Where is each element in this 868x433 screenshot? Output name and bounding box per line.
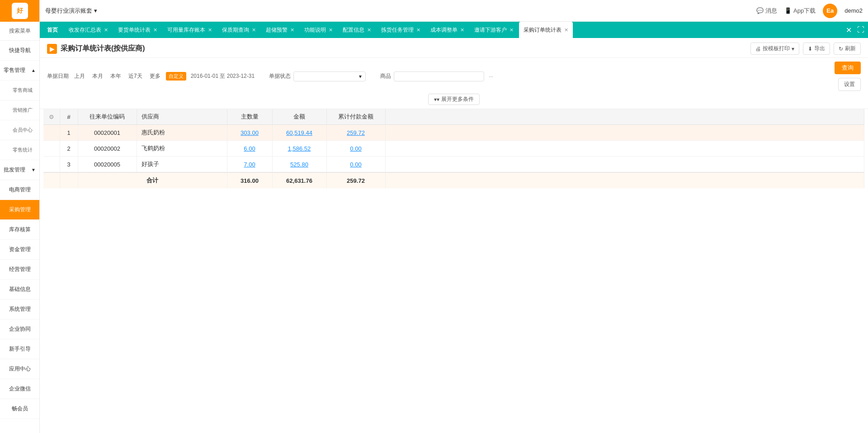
row-1-qty-link[interactable]: 303.00: [241, 129, 259, 136]
logo-icon: 好: [12, 3, 28, 19]
message-button[interactable]: 💬 消息: [756, 7, 777, 15]
date-shortcuts: 上月 本月 本年 近7天 更多: [71, 71, 163, 81]
retail-shop-label: 零售商城: [13, 87, 33, 94]
tab-warranty-close[interactable]: ✕: [252, 27, 256, 33]
row-3-qty-link[interactable]: 7.00: [244, 161, 255, 168]
inventory-label: 库存核算: [9, 226, 31, 233]
date-shortcut-this-year[interactable]: 本年: [108, 71, 124, 81]
account-selector[interactable]: 母婴行业演示账套 ▾: [45, 7, 97, 15]
tab-overstock-close[interactable]: ✕: [290, 27, 294, 33]
row-1-amount: 60,519.44: [272, 125, 326, 141]
collapse-button[interactable]: ▶: [47, 44, 57, 54]
settings-button[interactable]: 设置: [838, 78, 861, 91]
tab-invite-downstream[interactable]: 邀请下游客户 ✕: [470, 22, 518, 38]
sidebar-item-retail-stat[interactable]: 零售统计: [0, 140, 39, 160]
sidebar-item-enterprise[interactable]: 企业协同: [0, 319, 39, 339]
sidebar-item-retail[interactable]: 零售管理 ▲: [0, 61, 39, 81]
close-tab-button[interactable]: ✕: [844, 24, 854, 36]
user-avatar[interactable]: Ea: [823, 4, 837, 18]
tab-recv-send-close[interactable]: ✕: [104, 27, 108, 33]
operation-label: 经营管理: [9, 266, 31, 273]
date-shortcut-this-month[interactable]: 本月: [90, 71, 106, 81]
sidebar-item-retail-shop[interactable]: 零售商城: [0, 81, 39, 100]
tab-inventory-book[interactable]: 可用量库存账本 ✕: [163, 22, 217, 38]
tab-home[interactable]: 首页: [42, 22, 63, 38]
sidebar-item-vip[interactable]: 畅会员: [0, 399, 39, 419]
sidebar-item-inventory[interactable]: 库存核算: [0, 220, 39, 240]
row-2-qty-link[interactable]: 6.00: [244, 145, 255, 152]
tab-purchase-order-stat-close[interactable]: ✕: [564, 27, 568, 33]
sidebar-item-newguide[interactable]: 新手引导: [0, 339, 39, 359]
col-paid-header: 累计付款金额: [326, 109, 385, 125]
tab-overstock[interactable]: 超储预警 ✕: [261, 22, 299, 38]
sidebar-item-system[interactable]: 系统管理: [0, 300, 39, 319]
row-1-settings: [43, 125, 60, 141]
tab-func-desc[interactable]: 功能说明 ✕: [300, 22, 337, 38]
row-3-code: 00020005: [78, 157, 137, 173]
sidebar-item-appcenter[interactable]: 应用中心: [0, 359, 39, 379]
row-2-extra: [385, 141, 864, 157]
sidebar-item-purchase[interactable]: 采购管理: [0, 200, 39, 220]
footer-paid: 259.72: [326, 172, 385, 188]
expand-more-button[interactable]: ▾▾ 展开更多条件: [428, 94, 480, 105]
topbar: 母婴行业演示账套 ▾ 💬 消息 📱 App下载 Ea demo2: [40, 0, 868, 22]
app-logo: 好: [0, 0, 39, 22]
tab-warranty[interactable]: 保质期查询 ✕: [217, 22, 260, 38]
row-2-amount-link[interactable]: 1,586.52: [288, 145, 311, 152]
goods-text-input[interactable]: [398, 73, 480, 80]
page-actions: 🖨 按模板打印 ▾ ⬇ 导出 ↻ 刷新: [750, 43, 861, 55]
row-1-supplier: 惠氏奶粉: [137, 125, 227, 141]
sidebar-item-operation[interactable]: 经营管理: [0, 260, 39, 280]
tab-inventory-book-close[interactable]: ✕: [208, 27, 212, 33]
tab-config-info[interactable]: 配置信息 ✕: [338, 22, 376, 38]
tab-config-info-close[interactable]: ✕: [367, 27, 371, 33]
table-settings-icon[interactable]: ⚙: [49, 114, 54, 120]
tab-pick-task[interactable]: 拣货任务管理 ✕: [377, 22, 425, 38]
date-custom-tag[interactable]: 自定义: [166, 72, 186, 81]
goods-more-icon[interactable]: ···: [489, 73, 493, 80]
maximize-button[interactable]: ⛶: [855, 24, 866, 36]
sidebar-item-basic[interactable]: 基础信息: [0, 280, 39, 300]
sidebar-item-shortcut[interactable]: 快捷导航: [0, 41, 39, 61]
row-1-paid-link[interactable]: 259.72: [347, 129, 365, 136]
row-3-amount-link[interactable]: 525.80: [290, 161, 308, 168]
date-shortcut-more[interactable]: 更多: [147, 71, 163, 81]
sidebar-item-ecommerce[interactable]: 电商管理: [0, 180, 39, 200]
col-num-header: #: [60, 109, 78, 125]
template-print-button[interactable]: 🖨 按模板打印 ▾: [750, 43, 799, 55]
row-3-paid-link[interactable]: 0.00: [350, 161, 361, 168]
tab-pick-task-close[interactable]: ✕: [416, 27, 420, 33]
query-button[interactable]: 查询: [835, 62, 861, 74]
sidebar-item-finance[interactable]: 资金管理: [0, 240, 39, 260]
date-shortcut-7days[interactable]: 近7天: [126, 71, 145, 81]
row-2-paid-link[interactable]: 0.00: [350, 145, 361, 152]
tab-cost-adjust[interactable]: 成本调整单 ✕: [426, 22, 469, 38]
sidebar-item-marketing[interactable]: 营销推广: [0, 100, 39, 120]
tab-cost-adjust-close[interactable]: ✕: [460, 27, 464, 33]
date-shortcut-last-month[interactable]: 上月: [71, 71, 88, 81]
row-3-num: 3: [60, 157, 78, 173]
tab-overstock-label: 超储预警: [266, 26, 288, 34]
goods-input[interactable]: [394, 71, 484, 81]
message-icon: 💬: [756, 7, 764, 14]
row-3-qty: 7.00: [227, 157, 272, 173]
app-download-button[interactable]: 📱 App下载: [784, 7, 816, 15]
row-1-amount-link[interactable]: 60,519.44: [286, 129, 312, 136]
tab-func-desc-close[interactable]: ✕: [329, 27, 333, 33]
sidebar-item-wechat[interactable]: 企业微信: [0, 379, 39, 399]
sidebar-item-wholesale[interactable]: 批发管理 ▼: [0, 160, 39, 180]
date-range-display: 2016-01-01 至 2023-12-31: [191, 72, 255, 80]
tab-invite-downstream-close[interactable]: ✕: [509, 27, 514, 33]
user-name: demo2: [844, 7, 863, 14]
tab-purchase-stat[interactable]: 要货单统计表 ✕: [113, 22, 162, 38]
search-menu-button[interactable]: 搜索菜单: [3, 25, 37, 37]
footer-extra: [385, 172, 864, 188]
tab-recv-send[interactable]: 收发存汇总表 ✕: [64, 22, 113, 38]
row-3-extra: [385, 157, 864, 173]
status-select[interactable]: ▾: [293, 71, 366, 81]
tab-purchase-order-stat[interactable]: 采购订单统计表 ✕: [519, 22, 573, 38]
tab-purchase-stat-close[interactable]: ✕: [153, 27, 157, 33]
refresh-button[interactable]: ↻ 刷新: [834, 43, 861, 55]
export-button[interactable]: ⬇ 导出: [803, 43, 830, 55]
sidebar-item-member[interactable]: 会员中心: [0, 120, 39, 140]
